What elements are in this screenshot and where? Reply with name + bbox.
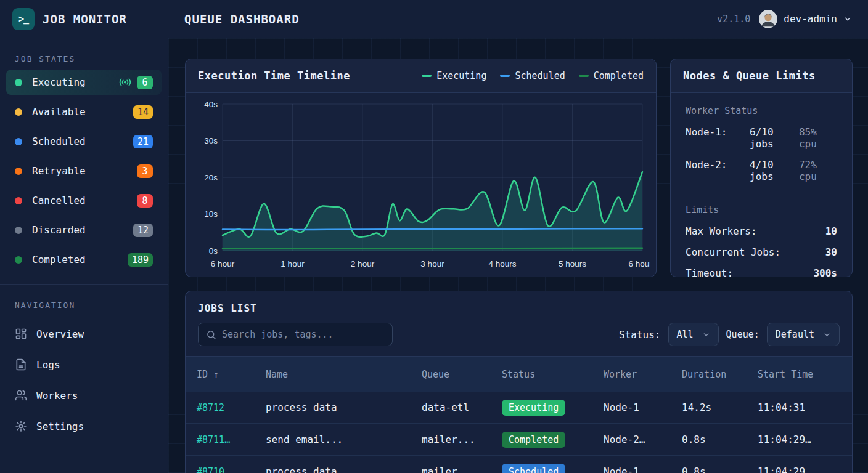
column-header-id[interactable]: ID ↑ [197,369,266,380]
table-row[interactable]: #8712 process_data data-etl Executing No… [186,392,852,424]
state-label: Retryable [32,165,86,177]
sidebar-item-scheduled[interactable]: Scheduled 21 [6,129,162,154]
job-id-link[interactable]: #8710 [197,466,266,473]
jobs-list-panel: JOBS LIST Status: All Queue: [185,291,853,473]
job-id-link[interactable]: #8712 [197,402,266,413]
sidebar-item-logs[interactable]: Logs [6,349,162,380]
count-badge: 3 [137,164,153,178]
nodes-panel-body: Worker Status Node-1: 6/10 jobs 85% cpu … [671,93,852,277]
x-tick-label: 6 hour [211,259,235,269]
column-header-worker[interactable]: Worker [604,369,682,380]
sidebar-item-retryable[interactable]: Retryable 3 [6,158,162,184]
terminal-glyph: >_ [18,14,28,25]
top-row: Execution Time Timeline Executing Schedu… [185,59,853,277]
sidebar-item-discarded[interactable]: Discarded 12 [6,217,162,243]
legend-swatch [500,75,510,77]
jobs-table: ID ↑ Name Queue Status Worker Duration S… [186,357,852,473]
column-header-status[interactable]: Status [502,369,604,380]
node-status-row: Node-2: 4/10 jobs 72% cpu [686,159,837,182]
count-badge: 21 [133,135,153,148]
jobs-list-title: JOBS LIST [198,302,840,314]
count-badge: 12 [133,224,153,237]
job-duration: 0.8s [682,434,758,445]
nav-label: Settings [36,421,84,432]
job-worker: Node-2… [604,434,682,445]
search-input[interactable] [222,329,385,340]
status-select[interactable]: All [668,323,719,346]
limit-row: Concurrent Jobs: 30 [686,246,837,258]
gear-icon [15,420,27,432]
state-label: Discarded [32,224,86,236]
count-badge: 6 [137,76,153,89]
nodes-panel-title: Nodes & Queue Limits [683,70,816,82]
queue-select[interactable]: Default [767,323,840,346]
status-dot [15,168,22,175]
column-header-duration[interactable]: Duration [682,369,758,380]
state-label: Executing [32,76,86,88]
job-name: process_data [266,466,422,473]
legend-item-scheduled[interactable]: Scheduled [500,70,565,81]
legend-swatch [579,75,589,77]
legend-item-executing[interactable]: Executing [422,70,486,81]
legend-item-completed[interactable]: Completed [579,70,644,81]
avatar [759,10,777,28]
sidebar-item-workers[interactable]: Workers [6,380,162,411]
nav-label: Workers [36,390,78,402]
count-badge: 8 [137,194,153,208]
y-tick-label: 20s [204,173,218,182]
table-row[interactable]: #8710 process_data mailer Scheduled Node… [186,456,852,473]
nodes-panel-header: Nodes & Queue Limits [671,59,852,93]
x-tick-label: 4 hours [488,259,516,269]
state-label: Available [32,106,86,118]
jobs-list-header: JOBS LIST Status: All Queue: [186,291,852,357]
status-select-value: All [677,329,694,340]
chart-svg: 0s10s20s30s40s6 hour1 hour2 hour3 hour4 … [193,95,650,277]
limit-value: 10 [825,225,837,237]
job-name: send_email... [266,434,422,445]
limits-label: Limits [686,204,837,216]
execution-timeline-chart: 0s10s20s30s40s6 hour1 hour2 hour3 hour4 … [193,95,650,277]
app-root: >_ JOB MONITOR JOB STATES Executing 6 [0,0,868,473]
count-badge: 14 [133,105,153,119]
status-dot [15,197,22,204]
count-badge: 189 [128,253,153,267]
status-dot [15,138,22,145]
column-header-start-time[interactable]: Start Time [758,369,852,380]
limit-row: Max Workers: 10 [686,225,837,237]
job-states-header: JOB STATES [0,54,168,63]
sidebar-item-cancelled[interactable]: Cancelled 8 [6,188,162,213]
x-tick-label: 6 hours [628,259,650,269]
limit-value: 30 [825,246,837,258]
dashboard-grid-icon [15,328,27,340]
sidebar-item-overview[interactable]: Overview [6,318,162,349]
table-row[interactable]: #8711… send_email... mailer... Completed… [186,424,852,456]
job-start-time: 11:04:29 [758,466,852,473]
x-tick-label: 1 hour [280,259,305,269]
job-duration: 14.2s [682,402,758,413]
node-name: Node-1: [686,126,750,138]
y-tick-label: 10s [204,209,218,219]
node-cpu: 85% cpu [799,126,837,150]
legend-swatch [422,75,432,77]
sidebar-item-settings[interactable]: Settings [6,411,162,442]
dashboard-content: Execution Time Timeline Executing Schedu… [168,38,868,473]
nav-label: Overview [36,328,84,340]
limit-name: Concurrent Jobs: [686,246,780,258]
status-badge: Executing [502,400,565,416]
job-id-link[interactable]: #8711… [197,434,266,445]
sidebar-item-available[interactable]: Available 14 [6,99,162,124]
sidebar-item-executing[interactable]: Executing 6 [6,70,162,95]
queue-filter-label: Queue: [726,323,760,346]
search-icon [206,329,216,340]
status-filter-label: Status: [619,329,660,341]
app-logo: >_ JOB MONITOR [0,0,168,38]
column-header-name[interactable]: Name [266,369,422,380]
search-box[interactable] [198,323,393,346]
column-header-queue[interactable]: Queue [422,369,502,380]
user-menu[interactable]: dev-admin [759,10,852,28]
sidebar-item-completed[interactable]: Completed 189 [6,247,162,272]
status-dot [15,79,22,86]
users-icon [15,389,27,402]
x-tick-label: 2 hour [351,259,375,269]
y-tick-label: 40s [204,100,218,109]
